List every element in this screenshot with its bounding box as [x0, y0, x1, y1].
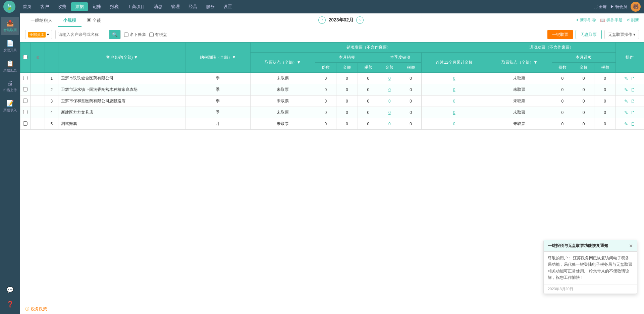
row-actions: ✎ 🗋 — [615, 73, 644, 84]
new-guide-btn[interactable]: ✦ 新手引导 — [576, 17, 596, 23]
sidebar-item-票据录入[interactable]: 📝票据录入 — [1, 97, 19, 115]
tax-policy-link[interactable]: 税务政策 — [31, 306, 47, 312]
sidebar-item-扫描上传[interactable]: 🖨扫描上传 — [1, 77, 19, 95]
row-sales-month-tax: 0 — [358, 118, 379, 130]
row-sales-month-amount: 0 — [336, 118, 358, 130]
row-sales-month-amount: 0 — [336, 84, 358, 96]
row-sales-month-amount: 0 — [336, 73, 358, 84]
user-avatar[interactable]: 🐻 — [631, 2, 641, 12]
employee-select[interactable]: 全部员工 ▾ — [25, 30, 52, 39]
row-customer: 卫辉市汲水镇下园涧香阁营木种植家庭农场 — [58, 84, 185, 96]
view-icon[interactable]: 🗋 — [631, 76, 635, 81]
nav-item-管理[interactable]: 管理 — [167, 2, 184, 11]
nav-item-设置[interactable]: 设置 — [219, 2, 236, 11]
edit-icon[interactable]: ✎ — [624, 76, 628, 81]
nav-item-首页[interactable]: 首页 — [19, 2, 36, 11]
sidebar: 📥智能取票📄发票开具📋票据汇总🖨扫描上传📝票据录入💬❓ — [0, 13, 20, 314]
row-num: 4 — [45, 107, 58, 118]
row-sales-month-amount: 0 — [336, 96, 358, 107]
search-input[interactable] — [56, 31, 109, 38]
nav-item-消息[interactable]: 消息 — [150, 2, 166, 11]
row-sales-quarter-amount: 0 — [379, 84, 400, 96]
th-sm-tax: 税额 — [358, 63, 379, 73]
edit-icon[interactable]: ✎ — [624, 110, 628, 115]
account-checkbox-label: 名下账套 — [130, 32, 146, 38]
row-checkbox[interactable] — [23, 99, 28, 103]
th-customer: 客户名称(全部) ▼ — [58, 43, 185, 73]
th-purchase-month-group: 本月进项 — [552, 53, 615, 63]
nav-item-服务[interactable]: 服务 — [202, 2, 219, 11]
row-checkbox[interactable] — [23, 110, 28, 114]
row-purchase-month-tax: 0 — [594, 84, 615, 96]
row-checkbox[interactable] — [23, 121, 28, 126]
sidebar-bottom-item[interactable]: 💬 — [1, 284, 19, 296]
status-bar: ⓘ 税务政策 — [20, 304, 644, 314]
one-key-btn[interactable]: 一键取票 — [547, 30, 573, 39]
employee-select-badge: 全部员工 — [28, 32, 46, 38]
no-disk-btn[interactable]: 无盘取票 — [576, 30, 602, 39]
app-logo[interactable]: 🍃 — [3, 1, 15, 13]
view-icon[interactable]: 🗋 — [631, 87, 635, 92]
nav-item-记账[interactable]: 记账 — [89, 2, 105, 11]
view-icon[interactable]: 🗋 — [631, 99, 635, 104]
th-tax-period: 纳税期限（全部）▼ — [185, 43, 250, 73]
view-icon[interactable]: 🗋 — [631, 110, 635, 115]
month-nav-container: ‹ 2023年02月 › — [318, 13, 364, 27]
notification-popup: 一键报税与无盘取票功能恢复通知 ✕ 尊敬的用户： 江苏政务网已恢复访问电子税务局… — [543, 240, 637, 294]
search-button[interactable]: 🔍 — [109, 30, 120, 39]
fullscreen-btn[interactable]: ⛶ 全屏 — [593, 4, 606, 10]
sidebar-item-智能取票[interactable]: 📥智能取票 — [1, 17, 19, 35]
nav-item-报税[interactable]: 报税 — [106, 2, 123, 11]
row-checkbox[interactable] — [23, 87, 28, 91]
select-all-checkbox[interactable] — [23, 55, 28, 59]
tax-checkbox[interactable] — [149, 33, 154, 37]
row-sales-quarter-tax: 0 — [400, 118, 421, 130]
row-purchase-month-count: 0 — [552, 84, 573, 96]
member-btn[interactable]: ▶ 畅会员 — [610, 4, 627, 10]
row-settings-cell — [31, 107, 45, 118]
tab-小规模[interactable]: 小规模 — [58, 15, 82, 27]
next-month-btn[interactable]: › — [356, 16, 364, 24]
edit-icon[interactable]: ✎ — [624, 121, 628, 127]
nav-item-客户[interactable]: 客户 — [36, 2, 53, 11]
refresh-btn[interactable]: ↺ 刷新 — [627, 17, 639, 23]
row-tax-period: 季 — [185, 84, 250, 96]
row-sales-12months: 0 — [421, 96, 487, 107]
nav-item-收费[interactable]: 收费 — [54, 2, 70, 11]
edit-icon[interactable]: ✎ — [624, 99, 628, 104]
row-purchase-status: 未取票 — [487, 84, 552, 96]
sidebar-icon: 🖨 — [7, 80, 13, 87]
th-settings: ⚙ — [31, 43, 45, 73]
nav-item-票据[interactable]: 票据 — [71, 2, 88, 11]
th-select — [20, 43, 31, 73]
table-row: 5 测试账套 月 未取票 0 0 0 0 0 0 未取票 0 0 0 ✎ 🗋 — [20, 118, 644, 130]
nav-item-经营[interactable]: 经营 — [184, 2, 201, 11]
tab-一般纳税人[interactable]: 一般纳税人 — [25, 15, 58, 27]
sidebar-item-票据汇总[interactable]: 📋票据汇总 — [1, 57, 19, 75]
sidebar-bottom-item[interactable]: ❓ — [1, 298, 19, 311]
th-purchase-status: 取票状态（全部）▼ — [487, 53, 552, 73]
tab-nav-right: ✦ 新手引导 📖 操作手册 ↺ 刷新 — [576, 13, 639, 27]
sidebar-icon: 📥 — [6, 19, 14, 27]
row-checkbox[interactable] — [23, 76, 28, 80]
sidebar-icon: 📋 — [6, 60, 14, 67]
sidebar-item-发票开具[interactable]: 📄发票开具 — [1, 37, 19, 55]
row-customer: 新建区方方文具店 — [58, 107, 185, 118]
row-actions: ✎ 🗋 — [615, 118, 644, 130]
prev-month-btn[interactable]: ‹ — [318, 16, 326, 24]
edit-icon[interactable]: ✎ — [624, 87, 628, 92]
th-sales-month-group: 本月销项 — [315, 53, 379, 63]
row-sales-quarter-amount: 0 — [379, 73, 400, 84]
no-disk-op-btn[interactable]: 无盘取票操作 ▾ — [604, 30, 639, 39]
account-checkbox[interactable] — [124, 33, 128, 37]
row-num: 2 — [45, 84, 58, 96]
info-icon: ⓘ — [25, 306, 29, 312]
table-row: 1 卫辉市玖玖健合医药有限公司 季 未取票 0 0 0 0 0 0 未取票 0 … — [20, 73, 644, 84]
notification-close-btn[interactable]: ✕ — [629, 243, 633, 249]
tab-▣ 全能[interactable]: ▣ 全能 — [82, 15, 107, 27]
manual-btn[interactable]: 📖 操作手册 — [600, 17, 622, 23]
nav-item-工商项目[interactable]: 工商项目 — [123, 2, 149, 11]
row-sales-quarter-tax: 0 — [400, 73, 421, 84]
view-icon[interactable]: 🗋 — [631, 121, 635, 127]
row-sales-status: 未取票 — [250, 84, 315, 96]
